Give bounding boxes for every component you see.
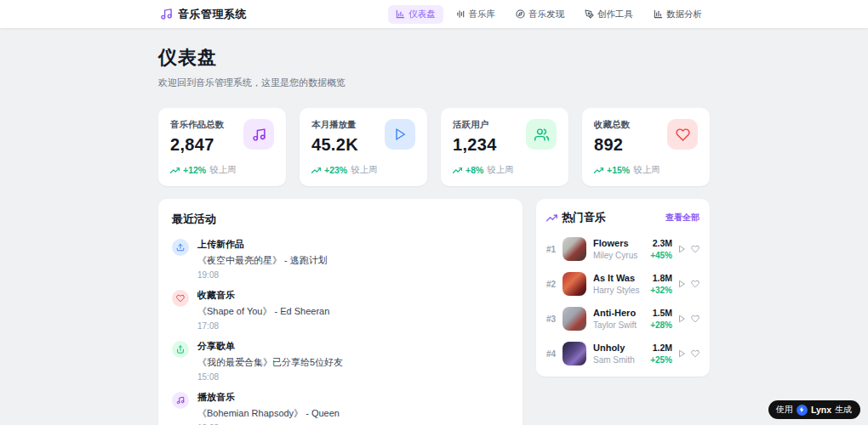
music-note-icon xyxy=(172,392,189,409)
pen-tool-icon xyxy=(585,9,594,19)
song-rank: #4 xyxy=(546,349,560,359)
main-nav: 仪表盘 音乐库 音乐发现 创作工具 xyxy=(388,5,710,24)
song-row-as-it-was: #2 As It Was Harry Styles 1.8M +32% xyxy=(546,272,700,296)
page-subtitle: 欢迎回到音乐管理系统，这里是您的数据概览 xyxy=(158,76,710,89)
stat-trend-compare: 较上周 xyxy=(487,164,514,176)
bar-chart-icon xyxy=(396,9,405,19)
music-note-icon xyxy=(243,119,274,150)
play-icon[interactable] xyxy=(677,314,686,323)
stat-card-total-favorites: 收藏总数 892 +15% 较上周 xyxy=(582,108,710,186)
stat-card-active-users: 活跃用户 1,234 +8% 较上周 xyxy=(441,108,568,186)
song-plays: 1.8M xyxy=(650,273,672,283)
activity-item-play: 播放音乐 《Bohemian Rhapsody》 - Queen 13:08 xyxy=(172,391,509,425)
hot-music-card: 热门音乐 查看全部 #1 Flowers Miley Cyrus 2.3M +4… xyxy=(536,199,710,377)
song-trend: +25% xyxy=(650,355,672,365)
music-note-logo-icon xyxy=(160,8,173,20)
nav-item-dashboard[interactable]: 仪表盘 xyxy=(388,5,443,24)
trending-up-icon xyxy=(311,166,321,175)
trending-up-icon xyxy=(170,166,180,175)
badge-prefix: 使用 xyxy=(776,404,793,416)
stat-label: 收藏总数 xyxy=(594,119,630,131)
song-row-unholy: #4 Unholy Sam Smith 1.2M +25% xyxy=(546,342,700,366)
activity-item-share: 分享歌单 《我的最爱合集》已分享给5位好友 15:08 xyxy=(172,340,509,382)
song-artist: Taylor Swift xyxy=(593,320,650,330)
play-icon[interactable] xyxy=(677,280,686,288)
activity-action: 播放音乐 xyxy=(197,391,340,404)
play-icon xyxy=(385,119,415,150)
song-title: Anti-Hero xyxy=(593,308,650,318)
stat-value: 1,234 xyxy=(453,135,497,155)
analytics-icon xyxy=(654,9,663,19)
stat-card-total-tracks: 音乐作品总数 2,847 +12% 较上周 xyxy=(158,108,286,186)
activity-item-favorite: 收藏音乐 《Shape of You》 - Ed Sheeran 17:08 xyxy=(172,289,509,331)
song-trend: +32% xyxy=(650,286,672,295)
page-title: 仪表盘 xyxy=(158,45,710,71)
song-row-anti-hero: #3 Anti-Hero Taylor Swift 1.5M +28% xyxy=(546,307,700,331)
hot-music-title: 热门音乐 xyxy=(562,210,606,225)
compass-icon xyxy=(516,9,525,19)
heart-icon xyxy=(172,290,189,307)
song-plays: 2.3M xyxy=(650,238,672,248)
stat-value: 892 xyxy=(594,135,630,155)
top-navbar: 音乐管理系统 仪表盘 音乐库 音乐发现 xyxy=(0,0,868,28)
activity-detail: 《Bohemian Rhapsody》 - Queen xyxy=(197,407,340,420)
song-artist: Harry Styles xyxy=(593,286,650,295)
nav-item-label: 音乐库 xyxy=(469,8,496,20)
stat-trend-value: +12% xyxy=(183,165,206,175)
stat-trend-compare: 较上周 xyxy=(351,164,378,176)
play-icon[interactable] xyxy=(677,245,686,253)
song-plays: 1.2M xyxy=(650,343,672,353)
song-rank: #1 xyxy=(546,245,560,254)
activity-detail: 《Shape of You》 - Ed Sheeran xyxy=(197,305,329,318)
song-title: Unholy xyxy=(593,343,650,353)
stat-label: 本月播放量 xyxy=(311,119,358,131)
trending-up-icon xyxy=(453,166,462,175)
badge-suffix: 生成 xyxy=(835,404,852,416)
stat-cards-row: 音乐作品总数 2,847 +12% 较上周 本月播放量 45.2K xyxy=(158,108,710,186)
stat-trend-value: +15% xyxy=(607,165,630,175)
activity-action: 分享歌单 xyxy=(197,340,343,353)
heart-icon[interactable] xyxy=(691,280,700,288)
heart-icon[interactable] xyxy=(691,314,700,323)
play-icon[interactable] xyxy=(677,349,686,358)
nav-item-label: 音乐发现 xyxy=(528,8,564,20)
nav-item-label: 仪表盘 xyxy=(408,8,436,20)
nav-item-discover[interactable]: 音乐发现 xyxy=(508,5,572,24)
song-title: Flowers xyxy=(593,238,650,248)
album-art xyxy=(562,272,586,296)
album-art xyxy=(562,237,586,261)
recent-activity-title: 最近活动 xyxy=(172,212,509,227)
app-title: 音乐管理系统 xyxy=(178,7,247,22)
share-icon xyxy=(172,341,189,358)
heart-icon[interactable] xyxy=(691,349,700,358)
lynx-generated-badge[interactable]: 使用 Lynx 生成 xyxy=(768,400,860,419)
view-all-hot-music-link[interactable]: 查看全部 xyxy=(665,212,700,224)
nav-item-analytics[interactable]: 数据分析 xyxy=(646,5,710,24)
heart-icon[interactable] xyxy=(691,245,700,253)
activity-item-upload: 上传新作品 《夜空中最亮的星》 - 逃跑计划 19:08 xyxy=(172,238,509,280)
activity-detail: 《我的最爱合集》已分享给5位好友 xyxy=(197,356,343,369)
nav-item-library[interactable]: 音乐库 xyxy=(448,5,504,24)
song-artist: Sam Smith xyxy=(593,355,650,365)
badge-brand: Lynx xyxy=(811,405,831,415)
song-row-flowers: #1 Flowers Miley Cyrus 2.3M +45% xyxy=(546,237,700,261)
song-trend: +45% xyxy=(650,251,672,260)
nav-item-create-tools[interactable]: 创作工具 xyxy=(577,5,641,24)
nav-item-label: 数据分析 xyxy=(666,8,702,20)
stat-value: 2,847 xyxy=(170,135,224,155)
users-icon xyxy=(526,119,557,150)
trending-up-icon xyxy=(594,166,603,175)
trending-up-icon xyxy=(546,212,557,224)
stat-value: 45.2K xyxy=(311,135,358,155)
stat-trend-value: +8% xyxy=(465,165,483,175)
lynx-logo-icon xyxy=(797,405,808,416)
stat-label: 音乐作品总数 xyxy=(170,119,224,131)
activity-detail: 《夜空中最亮的星》 - 逃跑计划 xyxy=(197,254,328,267)
nav-item-label: 创作工具 xyxy=(597,8,633,20)
song-trend: +28% xyxy=(650,320,672,330)
activity-time: 17:08 xyxy=(197,321,329,331)
heart-icon xyxy=(667,119,698,150)
song-rank: #3 xyxy=(546,314,560,324)
song-rank: #2 xyxy=(546,280,560,289)
stat-trend-compare: 较上周 xyxy=(209,164,237,176)
